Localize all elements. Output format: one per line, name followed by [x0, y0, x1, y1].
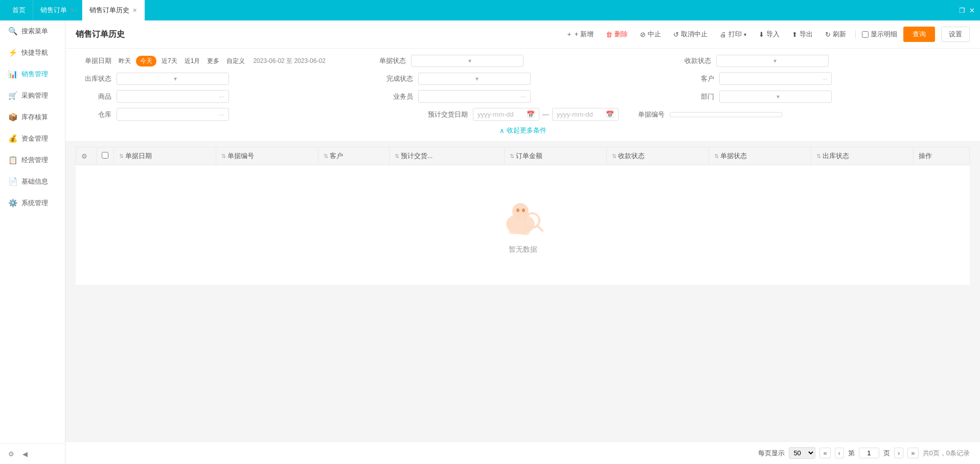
delete-label: 删除: [614, 30, 628, 39]
warehouse-field: ···: [117, 108, 417, 121]
salesperson-field: ···: [418, 90, 669, 103]
display-detail-checkbox[interactable]: [862, 31, 869, 38]
tab-sales-order-label: 销售订单: [40, 6, 67, 15]
delivery-date-start-input[interactable]: yyyy-mm-dd 📅: [473, 108, 539, 121]
product-select[interactable]: ···: [117, 90, 229, 103]
table-settings-icon[interactable]: ⚙: [81, 152, 87, 160]
query-button[interactable]: 查询: [903, 27, 935, 42]
select-all-checkbox[interactable]: [102, 152, 108, 159]
th-checkbox[interactable]: [97, 147, 114, 165]
date-tab-yesterday[interactable]: 昨天: [117, 56, 133, 67]
tab-sales-order[interactable]: 销售订单 ✕: [33, 0, 82, 20]
bill-status-field: ▾: [411, 55, 665, 67]
salesperson-select[interactable]: ···: [418, 90, 531, 103]
sidebar-item-system[interactable]: ⚙️ 系统管理: [0, 192, 65, 214]
bill-number-input[interactable]: [670, 112, 782, 117]
th-bill-status-label: 单据状态: [720, 152, 747, 160]
refresh-icon: ↻: [825, 31, 831, 38]
tab-home[interactable]: 首页: [5, 0, 33, 20]
delivery-date-end-calendar-icon[interactable]: 📅: [606, 111, 614, 118]
prev-page-button[interactable]: ‹: [835, 448, 844, 458]
customer-select[interactable]: ···: [719, 72, 832, 85]
sidebar-item-purchase[interactable]: 🛒 采购管理: [0, 85, 65, 106]
print-button[interactable]: 🖨 打印 ▾: [717, 28, 749, 41]
search-icon: 🔍: [8, 27, 17, 36]
import-button[interactable]: ⬇ 导入: [756, 28, 783, 41]
new-button[interactable]: ＋ + 新增: [563, 28, 597, 41]
bill-status-select[interactable]: ▾: [411, 55, 523, 67]
restore-button[interactable]: ❐: [959, 7, 965, 14]
warehouse-select[interactable]: ···: [117, 108, 229, 121]
empty-illustration: [497, 196, 549, 237]
sidebar-item-finance[interactable]: 💰 资金管理: [0, 128, 65, 149]
close-window-button[interactable]: ✕: [969, 7, 975, 14]
cancel-stop-label: 取消中止: [681, 30, 708, 39]
tab-sales-order-history[interactable]: 销售订单历史 ✕: [82, 0, 145, 20]
th-receipt-status-label: 收款状态: [618, 152, 645, 160]
th-bill-status[interactable]: 单据状态: [709, 147, 811, 165]
date-tab-1month[interactable]: 近1月: [183, 56, 202, 67]
date-tab-more[interactable]: 更多: [205, 56, 221, 67]
pagination: 每页显示 10 20 50 100 « ‹ 第 页 › » 共0页，0条记录: [65, 441, 980, 464]
complete-status-select[interactable]: ▾: [418, 73, 531, 85]
close-sales-order-history-tab[interactable]: ✕: [132, 7, 137, 14]
close-sales-order-tab[interactable]: ✕: [70, 7, 75, 14]
date-group: 昨天 今天 近7天 近1月 更多 自定义 2023-06-02 至 2023-0…: [117, 56, 370, 67]
th-customer[interactable]: 客户: [318, 147, 389, 165]
outbound-status-select[interactable]: ▾: [117, 73, 229, 85]
delete-button[interactable]: 🗑 删除: [603, 28, 631, 41]
collapse-row[interactable]: ∧ 收起更多条件: [76, 126, 970, 135]
th-bill-date[interactable]: 单据日期: [114, 147, 216, 165]
department-select[interactable]: ▾: [719, 91, 832, 103]
next-page-button[interactable]: ›: [894, 448, 903, 458]
date-tab-today[interactable]: 今天: [136, 56, 156, 67]
last-page-button[interactable]: »: [907, 448, 918, 458]
cancel-stop-icon: ↺: [673, 31, 679, 38]
date-tab-7days[interactable]: 近7天: [159, 56, 179, 67]
customer-label: 客户: [678, 74, 719, 83]
date-tab-custom[interactable]: 自定义: [224, 56, 247, 67]
sidebar-item-inventory[interactable]: 📦 库存核算: [0, 106, 65, 128]
sidebar-item-operations[interactable]: 📋 经营管理: [0, 149, 65, 171]
sidebar-collapse-icon[interactable]: ◀: [22, 450, 28, 458]
refresh-button[interactable]: ↻ 刷新: [822, 28, 849, 41]
th-expected-delivery[interactable]: 预计交货...: [389, 147, 504, 165]
delivery-date-start-calendar-icon[interactable]: 📅: [527, 111, 535, 118]
sidebar-item-basic-info[interactable]: 📄 基础信息: [0, 171, 65, 192]
cancel-stop-button[interactable]: ↺ 取消中止: [670, 28, 711, 41]
svg-line-5: [537, 226, 542, 231]
sidebar-settings-icon[interactable]: ⚙: [8, 450, 14, 458]
settings-button[interactable]: 设置: [941, 27, 970, 42]
per-page-select[interactable]: 10 20 50 100: [789, 447, 815, 459]
outbound-status-label: 出库状态: [76, 74, 117, 83]
export-label: 导出: [800, 30, 813, 39]
th-outbound-status-label: 出库状态: [823, 152, 849, 160]
page-input[interactable]: [859, 448, 879, 458]
first-page-button[interactable]: «: [819, 448, 830, 458]
filter-row-2: 出库状态 ▾ 完成状态 ▾ 客户: [76, 72, 970, 85]
th-order-amount-label: 订单金额: [516, 152, 542, 160]
sidebar: 🔍 搜索菜单 ⚡ 快捷导航 📊 销售管理 🛒 采购管理 📦 库存核算 💰 资金管…: [0, 20, 65, 464]
svg-point-6: [509, 229, 517, 234]
svg-point-2: [516, 209, 519, 212]
display-detail-checkbox-label[interactable]: 显示明细: [862, 30, 897, 39]
th-order-amount[interactable]: 订单金额: [504, 147, 606, 165]
th-bill-number[interactable]: 单据编号: [216, 147, 318, 165]
receipt-status-select[interactable]: ▾: [716, 55, 829, 67]
th-receipt-status[interactable]: 收款状态: [606, 147, 709, 165]
sidebar-bottom: ⚙ ◀: [0, 444, 65, 464]
export-button[interactable]: ⬆ 导出: [789, 28, 816, 41]
th-outbound-status[interactable]: 出库状态: [811, 147, 913, 165]
page-label: 第: [848, 449, 855, 458]
sidebar-item-sales[interactable]: 📊 销售管理: [0, 63, 65, 85]
svg-point-7: [521, 230, 530, 235]
th-settings[interactable]: ⚙: [76, 147, 97, 165]
stop-button[interactable]: ⊘ 中止: [637, 28, 664, 41]
product-label: 商品: [76, 92, 117, 101]
page-title: 销售订单历史: [76, 29, 125, 40]
sidebar-item-search[interactable]: 🔍 搜索菜单: [0, 20, 65, 42]
sidebar-item-quick-nav[interactable]: ⚡ 快捷导航: [0, 42, 65, 63]
sidebar-item-system-label: 系统管理: [21, 198, 48, 208]
department-arrow: ▾: [777, 93, 827, 100]
delivery-date-end-input[interactable]: yyyy-mm-dd 📅: [552, 108, 619, 121]
